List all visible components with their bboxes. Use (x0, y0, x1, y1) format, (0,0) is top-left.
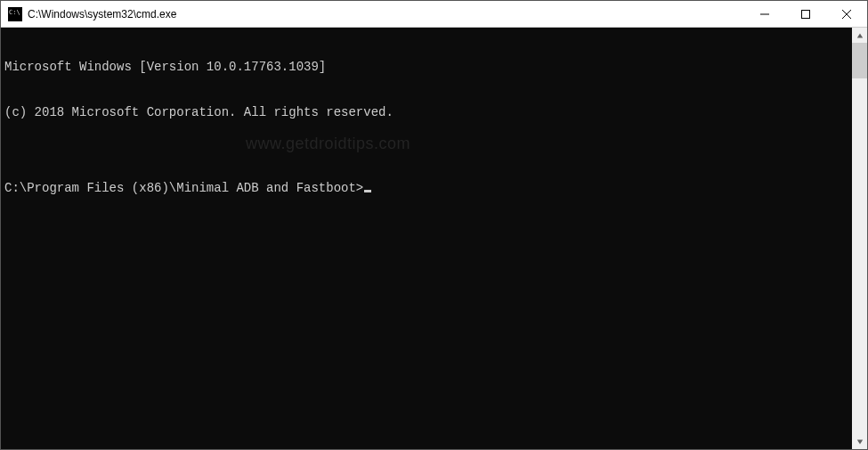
close-button[interactable] (826, 1, 867, 27)
cursor (364, 190, 371, 192)
terminal-line: (c) 2018 Microsoft Corporation. All righ… (4, 105, 848, 120)
scrollbar-track[interactable] (852, 43, 867, 434)
watermark: www.getdroidtips.com (246, 136, 410, 151)
terminal-line: Microsoft Windows [Version 10.0.17763.10… (4, 60, 848, 75)
svg-marker-4 (856, 33, 862, 37)
maximize-icon (801, 10, 810, 19)
minimize-icon (760, 10, 769, 19)
maximize-button[interactable] (785, 1, 826, 27)
scrollbar-thumb[interactable] (852, 43, 867, 78)
svg-marker-5 (856, 439, 862, 444)
terminal-area: Microsoft Windows [Version 10.0.17763.10… (1, 28, 867, 449)
cmd-window: C:\Windows\system32\cmd.exe Microsoft Wi… (0, 0, 868, 450)
scroll-down-button[interactable] (852, 434, 867, 449)
window-title: C:\Windows\system32\cmd.exe (28, 8, 744, 20)
close-icon (842, 10, 851, 19)
chevron-up-icon (856, 32, 864, 39)
svg-rect-1 (802, 10, 810, 18)
chevron-down-icon (856, 438, 864, 446)
terminal-prompt: C:\Program Files (x86)\Minimal ADB and F… (4, 181, 848, 196)
titlebar[interactable]: C:\Windows\system32\cmd.exe (1, 1, 867, 28)
terminal[interactable]: Microsoft Windows [Version 10.0.17763.10… (1, 28, 852, 449)
minimize-button[interactable] (744, 1, 785, 27)
vertical-scrollbar[interactable] (852, 28, 867, 449)
window-controls (744, 1, 867, 27)
scroll-up-button[interactable] (852, 28, 867, 43)
cmd-icon (8, 7, 22, 21)
